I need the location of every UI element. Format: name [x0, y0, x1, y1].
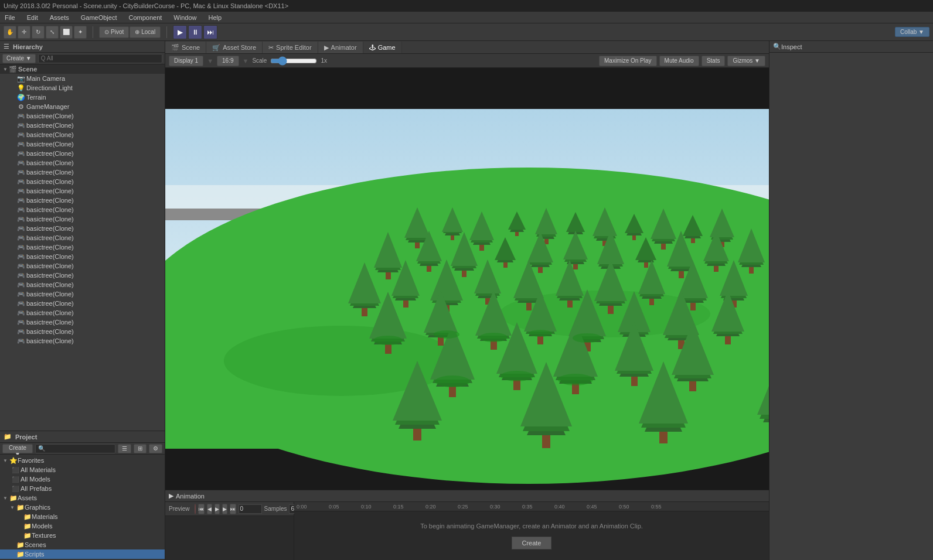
- anim-next-btn[interactable]: ▶: [222, 504, 227, 514]
- tab-asset-store[interactable]: 🛒 Asset Store: [206, 42, 263, 53]
- menu-file[interactable]: File: [2, 13, 18, 22]
- local-btn[interactable]: ⊕ Local: [130, 26, 161, 38]
- maximize-on-play-btn[interactable]: Maximize On Play: [599, 56, 657, 66]
- hierarchy-item-16[interactable]: 🎮 basictree(Clone): [0, 224, 165, 233]
- mute-audio-btn[interactable]: Mute Audio: [659, 56, 699, 66]
- multi-tool-btn[interactable]: ✦: [74, 26, 87, 39]
- tab-sprite-editor[interactable]: ✂ Sprite Editor: [263, 42, 318, 53]
- project-assets-header[interactable]: ▼ 📁 Assets: [0, 493, 165, 503]
- tick-4: 0:20: [425, 504, 458, 510]
- textures-label: Textures: [32, 532, 56, 539]
- hierarchy-item-8[interactable]: 🎮 basictree(Clone): [0, 149, 165, 158]
- hierarchy-item-6[interactable]: 🎮 basictree(Clone): [0, 130, 165, 139]
- hierarchy-item-label-27: basictree(Clone): [26, 328, 74, 335]
- scripts-label: Scripts: [25, 551, 45, 558]
- play-btn[interactable]: ▶: [173, 25, 187, 39]
- hierarchy-item-3[interactable]: ⚙ GameManager: [0, 102, 165, 111]
- anim-first-btn[interactable]: ⏮: [198, 504, 205, 514]
- tab-game[interactable]: 🕹 Game: [363, 42, 402, 53]
- hierarchy-item-13[interactable]: 🎮 basictree(Clone): [0, 196, 165, 205]
- hierarchy-item-21[interactable]: 🎮 basictree(Clone): [0, 271, 165, 280]
- gizmos-btn[interactable]: Gizmos ▼: [727, 56, 765, 66]
- animation-create-btn[interactable]: Create: [512, 537, 551, 549]
- svg-rect-92: [362, 308, 367, 316]
- menu-help[interactable]: Help: [206, 13, 224, 22]
- menu-window[interactable]: Window: [171, 13, 199, 22]
- hierarchy-item-7[interactable]: 🎮 basictree(Clone): [0, 139, 165, 149]
- project-scenes[interactable]: 📁 Scenes: [0, 540, 165, 549]
- hierarchy-item-23[interactable]: 🎮 basictree(Clone): [0, 289, 165, 299]
- stats-btn[interactable]: Stats: [702, 56, 726, 66]
- project-models[interactable]: 📁 Models: [0, 521, 165, 531]
- hierarchy-create-btn[interactable]: Create ▼: [2, 54, 36, 63]
- hierarchy-item-19[interactable]: 🎮 basictree(Clone): [0, 252, 165, 261]
- svg-rect-164: [449, 387, 456, 397]
- scale-slider[interactable]: [270, 57, 317, 64]
- hierarchy-item-15[interactable]: 🎮 basictree(Clone): [0, 214, 165, 224]
- hierarchy-item-26[interactable]: 🎮 basictree(Clone): [0, 317, 165, 327]
- project-materials[interactable]: 📁 Materials: [0, 512, 165, 521]
- project-settings-btn[interactable]: ⚙: [149, 444, 162, 453]
- anim-play-btn[interactable]: ▶: [214, 504, 220, 514]
- hierarchy-item-18[interactable]: 🎮 basictree(Clone): [0, 243, 165, 252]
- hierarchy-item-27[interactable]: 🎮 basictree(Clone): [0, 327, 165, 336]
- hierarchy-item-25[interactable]: 🎮 basictree(Clone): [0, 308, 165, 317]
- hierarchy-item-5[interactable]: 🎮 basictree(Clone): [0, 121, 165, 130]
- project-layout-btn[interactable]: ⊞: [134, 444, 147, 453]
- menu-edit[interactable]: Edit: [25, 13, 40, 22]
- scale-tool-btn[interactable]: ⤡: [46, 26, 59, 39]
- hierarchy-item-28[interactable]: 🎮 basictree(Clone): [0, 336, 165, 346]
- aspect-btn[interactable]: 16:9: [217, 56, 239, 66]
- anim-last-btn[interactable]: ⏭: [230, 504, 236, 514]
- tab-animator[interactable]: ▶ Animator: [318, 42, 363, 53]
- hierarchy-item-2[interactable]: 🌍 Terrain: [0, 93, 165, 102]
- step-btn[interactable]: ⏭: [203, 25, 217, 39]
- hierarchy-item-4[interactable]: 🎮 basictree(Clone): [0, 111, 165, 121]
- menu-assets[interactable]: Assets: [47, 13, 71, 22]
- menu-gameobject[interactable]: GameObject: [79, 13, 120, 22]
- hierarchy-item-20[interactable]: 🎮 basictree(Clone): [0, 261, 165, 271]
- display-btn[interactable]: Display 1: [169, 56, 203, 66]
- hierarchy-item-17[interactable]: 🎮 basictree(Clone): [0, 233, 165, 243]
- anim-frame-input[interactable]: [239, 504, 262, 514]
- rect-tool-btn[interactable]: ⬜: [60, 26, 73, 39]
- hierarchy-scene-item[interactable]: ▼ 🎬 Scene: [0, 64, 165, 74]
- hierarchy-item-22[interactable]: 🎮 basictree(Clone): [0, 280, 165, 289]
- menu-component[interactable]: Component: [126, 13, 164, 22]
- toolbar: ✋ ✛ ↻ ⤡ ⬜ ✦ ⊙ Pivot ⊕ Local ▶ ⏸ ⏭ Collab…: [0, 23, 933, 41]
- svg-rect-10: [415, 243, 420, 248]
- project-textures[interactable]: 📁 Textures: [0, 531, 165, 540]
- svg-rect-192: [659, 432, 668, 443]
- hierarchy-item-9[interactable]: 🎮 basictree(Clone): [0, 158, 165, 168]
- tab-scene[interactable]: 🎬 Scene: [165, 42, 206, 53]
- pause-btn[interactable]: ⏸: [188, 25, 202, 39]
- project-scripts[interactable]: 📁 Scripts: [0, 549, 165, 559]
- hierarchy-item-14[interactable]: 🎮 basictree(Clone): [0, 205, 165, 214]
- rotate-tool-btn[interactable]: ↻: [32, 26, 45, 39]
- record-btn[interactable]: [195, 504, 196, 514]
- hierarchy-item-0[interactable]: 📷 Main Camera: [0, 74, 165, 83]
- hierarchy-item-24[interactable]: 🎮 basictree(Clone): [0, 299, 165, 308]
- collab-btn[interactable]: Collab ▼: [895, 27, 929, 37]
- hierarchy-item-label-18: basictree(Clone): [26, 244, 74, 251]
- hierarchy-item-1[interactable]: 💡 Directional Light: [0, 83, 165, 93]
- project-all-prefabs[interactable]: ⬛ All Prefabs: [0, 484, 165, 493]
- project-all-materials[interactable]: ⬛ All Materials: [0, 465, 165, 474]
- project-favorites-header[interactable]: ▼ ⭐ Favorites: [0, 456, 165, 465]
- svg-point-201: [573, 333, 602, 343]
- hierarchy-search-input[interactable]: [38, 54, 162, 63]
- project-search-input[interactable]: [35, 444, 115, 453]
- move-tool-btn[interactable]: ✛: [18, 26, 30, 39]
- pivot-btn[interactable]: ⊙ Pivot: [99, 26, 129, 38]
- animation-inner: Preview ⏮ ◀ ▶ ▶ ⏭ Samples: [165, 502, 769, 560]
- anim-prev-btn[interactable]: ◀: [207, 504, 212, 514]
- hierarchy-item-11[interactable]: 🎮 basictree(Clone): [0, 177, 165, 186]
- animation-controls: Preview ⏮ ◀ ▶ ▶ ⏭ Samples: [165, 502, 294, 516]
- hierarchy-item-12[interactable]: 🎮 basictree(Clone): [0, 186, 165, 196]
- hierarchy-item-10[interactable]: 🎮 basictree(Clone): [0, 168, 165, 177]
- project-graphics[interactable]: ▼ 📁 Graphics: [0, 503, 165, 512]
- hand-tool-btn[interactable]: ✋: [4, 26, 16, 39]
- project-all-models[interactable]: ⬛ All Models: [0, 474, 165, 484]
- project-create-btn[interactable]: Create ▼: [2, 444, 33, 453]
- project-filter-btn[interactable]: ☰: [118, 444, 131, 453]
